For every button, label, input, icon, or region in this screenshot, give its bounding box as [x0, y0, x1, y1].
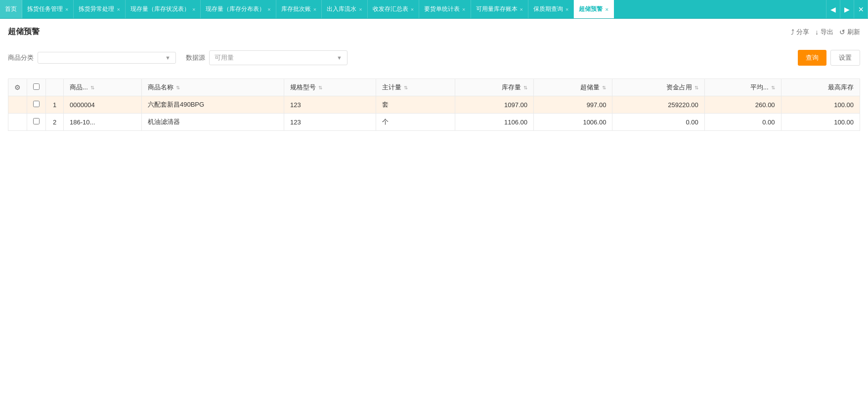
- th-product-name-label: 商品名称: [148, 83, 174, 92]
- sort-spec-icon: ⇅: [318, 85, 322, 90]
- nav-tab-10-label: 保质期查询: [533, 5, 563, 13]
- gear-icon[interactable]: ⚙: [14, 83, 21, 91]
- nav-next-button[interactable]: ▶: [840, 0, 854, 19]
- th-unit-label: 主计量: [382, 83, 401, 92]
- nav-prev-button[interactable]: ◀: [826, 0, 840, 19]
- select-all-checkbox[interactable]: [33, 83, 40, 90]
- nav-tab-4-close[interactable]: ×: [267, 6, 270, 12]
- nav-tab-8-label: 要货单统计表: [424, 5, 460, 13]
- th-product-code[interactable]: 商品... ⇅: [64, 79, 142, 96]
- nav-tab-2[interactable]: 拣货异常处理 ×: [74, 0, 125, 19]
- th-checkbox: [27, 79, 46, 96]
- th-max-stock-label: 最高库存: [828, 83, 854, 91]
- th-stock-label: 库存量: [502, 83, 521, 92]
- nav-tab-5-label: 库存批次账: [281, 5, 311, 13]
- row-stock-0: 1097.00: [455, 96, 533, 114]
- row-max-stock-1: 100.00: [781, 114, 860, 131]
- filter-buttons: 查询 设置: [798, 50, 860, 66]
- nav-arrows: ◀ ▶ ✕: [826, 0, 868, 19]
- nav-tab-10[interactable]: 保质期查询 ×: [528, 0, 574, 19]
- nav-tab-active-label: 超储预警: [579, 5, 603, 13]
- nav-tab-home-label: 首页: [5, 5, 17, 13]
- nav-tab-5-close[interactable]: ×: [313, 6, 316, 12]
- table-header-row: ⚙ 商品... ⇅ 商品名称 ⇅: [8, 79, 860, 96]
- nav-tab-1-label: 拣货任务管理: [27, 5, 63, 13]
- product-category-select[interactable]: ▼: [38, 52, 176, 64]
- nav-tab-10-close[interactable]: ×: [565, 6, 568, 12]
- th-unit[interactable]: 主计量 ⇅: [376, 79, 455, 96]
- nav-tab-6-label: 出入库流水: [327, 5, 356, 13]
- data-source-arrow-icon: ▼: [337, 55, 342, 61]
- product-category-arrow-icon: ▼: [165, 55, 171, 61]
- export-button[interactable]: ↓ 导出: [815, 28, 833, 37]
- row-avg-0: 260.00: [704, 96, 781, 114]
- sort-unit-icon: ⇅: [404, 85, 408, 90]
- nav-tab-9-close[interactable]: ×: [520, 6, 523, 12]
- nav-tab-4[interactable]: 现存量（库存分布表） ×: [201, 0, 276, 19]
- nav-tab-8[interactable]: 要货单统计表 ×: [419, 0, 471, 19]
- th-capital[interactable]: 资金占用 ⇅: [612, 79, 704, 96]
- nav-tab-9[interactable]: 可用量库存账本 ×: [471, 0, 528, 19]
- sort-product-name-icon: ⇅: [176, 85, 180, 90]
- export-icon: ↓: [815, 28, 819, 36]
- row-overstock-0: 997.00: [534, 96, 612, 114]
- sort-capital-icon: ⇅: [694, 85, 698, 90]
- th-capital-label: 资金占用: [666, 83, 692, 92]
- nav-tab-5[interactable]: 库存批次账 ×: [276, 0, 322, 19]
- th-stock[interactable]: 库存量 ⇅: [455, 79, 533, 96]
- nav-tab-6-close[interactable]: ×: [359, 6, 362, 12]
- row-checkbox-1[interactable]: [33, 118, 40, 124]
- row-num-0: 1: [46, 96, 64, 114]
- nav-tab-3[interactable]: 现存量（库存状况表） ×: [126, 0, 201, 19]
- th-overstock-label: 超储量: [580, 83, 600, 92]
- th-product-name[interactable]: 商品名称 ⇅: [141, 79, 284, 96]
- settings-button[interactable]: 设置: [830, 50, 860, 66]
- nav-tab-2-label: 拣货异常处理: [79, 5, 114, 13]
- row-product-name-0: 六配套新昌490BPG: [141, 96, 284, 114]
- row-spec-0: 123: [284, 96, 376, 114]
- th-overstock[interactable]: 超储量 ⇅: [534, 79, 612, 96]
- nav-tab-7-label: 收发存汇总表: [373, 5, 408, 13]
- row-checkbox-0[interactable]: [33, 101, 40, 107]
- row-overstock-1: 1006.00: [534, 114, 612, 131]
- sort-product-code-icon: ⇅: [90, 85, 94, 90]
- nav-tab-3-close[interactable]: ×: [192, 6, 195, 12]
- nav-tab-1-close[interactable]: ×: [65, 6, 68, 12]
- nav-tab-2-close[interactable]: ×: [117, 6, 120, 12]
- row-gear-cell: [8, 114, 27, 131]
- th-spec[interactable]: 规格型号 ⇅: [284, 79, 376, 96]
- nav-tab-7-close[interactable]: ×: [411, 6, 414, 12]
- th-avg[interactable]: 平均... ⇅: [704, 79, 781, 96]
- nav-close-button[interactable]: ✕: [854, 0, 868, 19]
- export-label: 导出: [821, 28, 833, 37]
- row-num-1: 2: [46, 114, 64, 131]
- row-unit-1: 个: [376, 114, 455, 131]
- data-source-select[interactable]: 可用量 ▼: [209, 50, 347, 65]
- nav-tab-active-close[interactable]: ×: [605, 6, 608, 12]
- nav-tab-1[interactable]: 拣货任务管理 ×: [22, 0, 74, 19]
- share-button[interactable]: ⤴ 分享: [791, 28, 809, 37]
- row-spec-1: 123: [284, 114, 376, 131]
- nav-tab-3-label: 现存量（库存状况表）: [130, 5, 190, 13]
- refresh-button[interactable]: ↺ 刷新: [839, 28, 860, 37]
- nav-tab-9-label: 可用量库存账本: [476, 5, 518, 13]
- sort-avg-icon: ⇅: [771, 85, 775, 90]
- row-product-name-1: 机油滤清器: [141, 114, 284, 131]
- nav-tab-home[interactable]: 首页: [0, 0, 22, 19]
- row-avg-1: 0.00: [704, 114, 781, 131]
- th-avg-label: 平均...: [750, 83, 769, 92]
- nav-tab-7[interactable]: 收发存汇总表 ×: [368, 0, 419, 19]
- page-header: 超储预警 ⤴ 分享 ↓ 导出 ↺ 刷新: [8, 27, 860, 37]
- th-spec-label: 规格型号: [290, 83, 316, 92]
- row-checkbox-cell: [27, 96, 46, 114]
- table-row: 2 186-10... 机油滤清器 123 个 1106.00 1006.00 …: [8, 114, 860, 131]
- nav-tab-8-close[interactable]: ×: [462, 6, 465, 12]
- header-actions: ⤴ 分享 ↓ 导出 ↺ 刷新: [791, 28, 860, 37]
- data-source-label: 数据源: [186, 53, 205, 62]
- query-button[interactable]: 查询: [798, 50, 826, 66]
- nav-tab-active[interactable]: 超储预警 ×: [574, 0, 613, 19]
- th-num: [46, 79, 64, 96]
- nav-tab-6[interactable]: 出入库流水 ×: [322, 0, 367, 19]
- th-gear: ⚙: [8, 79, 27, 96]
- row-capital-1: 0.00: [612, 114, 704, 131]
